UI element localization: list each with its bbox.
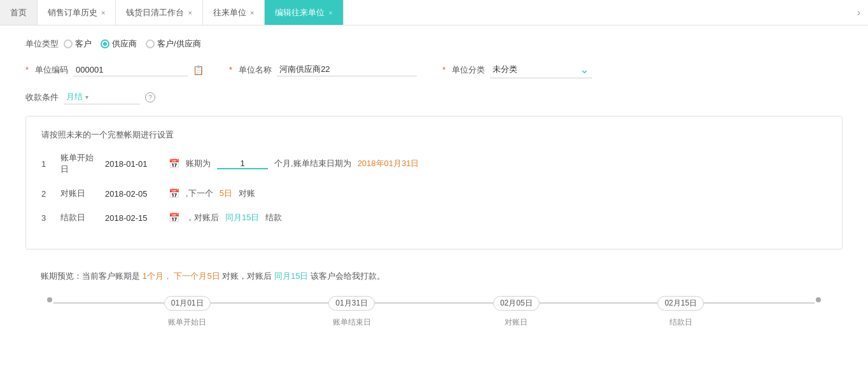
unit-name-input[interactable]: [277, 64, 417, 76]
period-num-1: 1: [41, 159, 54, 169]
payment-group: 收款条件 月结 ▾ ?: [25, 90, 155, 104]
unit-code-input[interactable]: [73, 64, 188, 76]
required-mark: *: [25, 65, 29, 74]
preview-part5: 该客户会给我打款。: [311, 271, 385, 281]
period-box: 请按照未来的一个完整帐期进行设置 1 账单开始日 2018-01-01 📅 账期…: [25, 116, 843, 250]
calendar-icon-3[interactable]: 📅: [169, 213, 179, 223]
radio-customer-circle: [64, 39, 73, 48]
chevron-down-icon: ⌄: [580, 62, 589, 76]
unit-classify-value: 未分类: [493, 64, 576, 75]
tab-cash-work[interactable]: 钱货日清工作台 ×: [116, 0, 202, 25]
preview-section: 账期预览：当前客户账期是 1个月， 下一个月5日 对账，对账后 同月15日 该客…: [25, 260, 843, 337]
timeline-label-3: 对账日: [505, 317, 528, 328]
calendar-icon-1[interactable]: 📅: [169, 158, 179, 169]
main-content: 单位类型 客户 供应商 客户/供应商 * 单位编码: [0, 25, 868, 387]
start-dot: [47, 297, 52, 302]
copy-icon[interactable]: 📋: [193, 65, 204, 75]
period-num-2: 2: [41, 189, 54, 199]
tab-units-label: 往来单位: [213, 7, 246, 18]
preview-text: 账期预览：当前客户账期是 1个月， 下一个月5日 对账，对账后 同月15日 该客…: [41, 269, 827, 283]
period-highlight-2: 5日: [220, 188, 232, 199]
period-field-3: 结款日: [60, 212, 99, 223]
period-field-1: 账单开始日: [60, 152, 99, 175]
timeline-label-2: 账单结束日: [333, 317, 371, 328]
unit-type-label: 单位类型: [25, 38, 59, 50]
timeline-date-1: 01月01日: [164, 296, 211, 311]
unit-name-label: 单位名称: [239, 64, 272, 76]
preview-part1: 1个月，: [143, 271, 172, 281]
radio-supplier-circle: [101, 39, 109, 48]
radio-supplier[interactable]: 供应商: [101, 38, 137, 50]
timeline-date-3: 02月05日: [493, 296, 540, 311]
timeline-point-3: 02月05日 对账日: [493, 296, 540, 328]
timeline-points: 01月01日 账单开始日 01月31日 账单结束日 02月05日 对账日 02月…: [47, 296, 821, 328]
period-date-3: 2018-02-15: [105, 213, 162, 223]
period-title: 请按照未来的一个完整帐期进行设置: [41, 129, 827, 141]
unit-name-group: * 单位名称: [229, 64, 417, 76]
close-icon[interactable]: ×: [101, 9, 105, 17]
tab-bar: 首页 销售订单历史 × 钱货日清工作台 × 往来单位 × 编辑往来单位 × ›: [0, 0, 868, 25]
help-icon[interactable]: ?: [145, 92, 155, 102]
radio-customer-label: 客户: [75, 38, 92, 50]
period-num-3: 3: [41, 213, 54, 223]
tab-sales-history[interactable]: 销售订单历史 ×: [38, 0, 116, 25]
timeline-label-1: 账单开始日: [168, 317, 206, 328]
period-highlight-1: 2018年01月31日: [358, 158, 419, 169]
unit-type-row: 单位类型 客户 供应商 客户/供应商: [25, 38, 843, 50]
tab-expand-button[interactable]: ›: [850, 7, 868, 18]
period-desc-3b: 结款: [265, 212, 282, 223]
tab-cash-work-label: 钱货日清工作台: [126, 7, 184, 18]
radio-both-label: 客户/供应商: [157, 38, 201, 50]
tab-home-label: 首页: [10, 7, 27, 18]
tab-sales-history-label: 销售订单历史: [48, 7, 97, 18]
month-input[interactable]: [217, 158, 268, 169]
radio-group: 客户 供应商 客户/供应商: [64, 38, 201, 50]
tab-edit-units-label: 编辑往来单位: [275, 7, 325, 18]
timeline-point-1: 01月01日 账单开始日: [164, 296, 211, 328]
close-icon[interactable]: ×: [250, 9, 254, 17]
period-row-2: 2 对账日 2018-02-05 📅 ,下一个 5日 对账: [41, 188, 827, 199]
period-desc-3a: ，对账后: [186, 212, 219, 223]
payment-value: 月结: [66, 91, 83, 102]
tab-home[interactable]: 首页: [0, 0, 38, 25]
unit-type-group: 单位类型 客户 供应商 客户/供应商: [25, 38, 201, 50]
tab-units[interactable]: 往来单位 ×: [203, 0, 265, 25]
unit-classify-label: 单位分类: [452, 64, 485, 76]
period-row-1: 1 账单开始日 2018-01-01 📅 账期为 个月,账单结束日期为 2018…: [41, 152, 827, 175]
period-date-2: 2018-02-05: [105, 189, 162, 199]
period-date-1: 2018-01-01: [105, 159, 162, 169]
timeline: 01月01日 账单开始日 01月31日 账单结束日 02月05日 对账日 02月…: [41, 296, 827, 328]
period-suffix-1: 个月,账单结束日期为: [274, 158, 351, 169]
calendar-icon-2[interactable]: 📅: [169, 188, 179, 199]
radio-both[interactable]: 客户/供应商: [146, 38, 201, 50]
preview-part3: 对账，对账后: [222, 271, 272, 281]
period-highlight-3: 同月15日: [225, 212, 259, 223]
end-dot: [816, 297, 821, 302]
payment-row: 收款条件 月结 ▾ ?: [25, 90, 843, 104]
timeline-end-dot: [816, 296, 821, 302]
timeline-label-4: 结款日: [669, 317, 692, 328]
payment-select[interactable]: 月结 ▾: [64, 90, 140, 104]
preview-part2: 下一个月5日: [174, 271, 220, 281]
radio-both-circle: [146, 39, 155, 48]
required-mark-2: *: [229, 65, 232, 74]
close-icon[interactable]: ×: [328, 9, 332, 17]
tab-edit-units[interactable]: 编辑往来单位 ×: [265, 0, 343, 25]
unit-classify-group: * 单位分类 未分类 ⌄: [442, 61, 592, 78]
timeline-date-2: 01月31日: [328, 296, 375, 311]
period-separator-1: 账期为: [186, 158, 211, 169]
preview-label: 账期预览：当前客户账期是: [41, 271, 140, 281]
unit-code-label: 单位编码: [35, 64, 68, 76]
unit-code-group: * 单位编码 📋: [25, 64, 204, 76]
timeline-point-4: 02月15日 结款日: [657, 296, 704, 328]
period-desc-2a: ,下一个: [186, 188, 213, 199]
radio-supplier-label: 供应商: [112, 38, 137, 50]
payment-label: 收款条件: [25, 92, 59, 103]
period-desc-2b: 对账: [239, 188, 255, 199]
timeline-date-4: 02月15日: [657, 296, 704, 311]
radio-customer[interactable]: 客户: [64, 38, 92, 50]
close-icon[interactable]: ×: [188, 9, 192, 17]
unit-classify-select[interactable]: 未分类 ⌄: [490, 61, 592, 78]
unit-info-row: * 单位编码 📋 * 单位名称 * 单位分类 未分类 ⌄: [25, 61, 843, 78]
required-mark-3: *: [442, 65, 445, 74]
